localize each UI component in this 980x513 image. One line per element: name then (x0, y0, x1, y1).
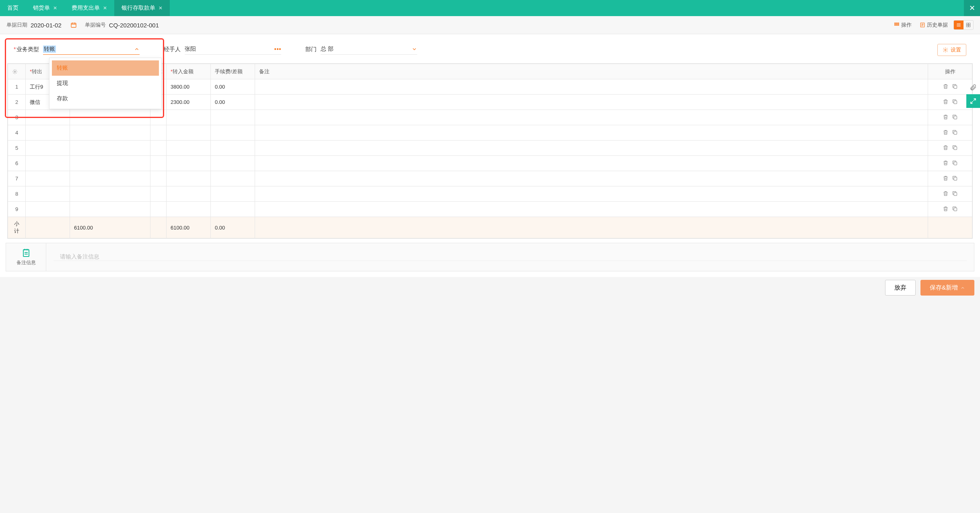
cell-remark[interactable] (255, 171, 928, 186)
cell-suffix[interactable] (150, 186, 167, 202)
copy-row-icon[interactable] (952, 160, 958, 166)
copy-row-icon[interactable] (952, 83, 958, 89)
tab-bank[interactable]: 银行存取款单✕ (114, 0, 170, 16)
cell-fee[interactable]: 0.00 (211, 95, 255, 110)
delete-row-icon[interactable] (943, 175, 949, 181)
close-icon[interactable]: ✕ (159, 5, 163, 11)
copy-row-icon[interactable] (952, 145, 958, 151)
table-row[interactable]: 7 (8, 171, 972, 186)
close-all-tabs[interactable]: ✕ (964, 0, 980, 16)
cell-hidden1[interactable] (70, 141, 150, 156)
cell-remark[interactable] (255, 95, 928, 110)
calendar-icon[interactable] (70, 22, 77, 28)
cell-suffix[interactable] (150, 171, 167, 186)
remark-input[interactable]: 请输入备注信息 (54, 253, 967, 261)
copy-row-icon[interactable] (952, 206, 958, 212)
cell-out-acct[interactable] (26, 110, 70, 125)
delete-row-icon[interactable] (943, 99, 949, 105)
cell-fee[interactable] (211, 156, 255, 171)
grid-settings-header[interactable] (8, 64, 26, 79)
handler-select[interactable]: 张阳 ••• (185, 44, 281, 55)
table-row[interactable]: 9 (8, 202, 972, 217)
table-row[interactable]: 6 (8, 156, 972, 171)
tab-home[interactable]: 首页 (0, 0, 26, 16)
cell-fee[interactable]: 0.00 (211, 79, 255, 95)
discard-button[interactable]: 放弃 (885, 280, 916, 296)
cell-in-amount[interactable] (167, 141, 211, 156)
delete-row-icon[interactable] (943, 114, 949, 120)
cell-hidden1[interactable] (70, 125, 150, 141)
cell-out-acct[interactable] (26, 125, 70, 141)
expand-icon[interactable] (966, 94, 980, 108)
view-toggle[interactable] (953, 20, 974, 30)
copy-row-icon[interactable] (952, 190, 958, 197)
biztype-select[interactable]: 转账 (43, 44, 140, 55)
cell-fee[interactable] (211, 202, 255, 217)
cell-fee[interactable] (211, 125, 255, 141)
cell-suffix[interactable] (150, 156, 167, 171)
cell-remark[interactable] (255, 186, 928, 202)
cell-fee[interactable] (211, 110, 255, 125)
cell-hidden1[interactable] (70, 171, 150, 186)
cell-hidden1[interactable] (70, 202, 150, 217)
cell-in-amount[interactable]: 3800.00 (167, 79, 211, 95)
cell-in-amount[interactable]: 2300.00 (167, 95, 211, 110)
close-icon[interactable]: ✕ (103, 5, 107, 11)
copy-row-icon[interactable] (952, 175, 958, 181)
copy-row-icon[interactable] (952, 129, 958, 135)
cell-in-amount[interactable] (167, 202, 211, 217)
biztype-option-transfer[interactable]: 转账 (52, 60, 159, 76)
cell-fee[interactable] (211, 186, 255, 202)
delete-row-icon[interactable] (943, 206, 949, 212)
cell-in-amount[interactable] (167, 110, 211, 125)
view-grid-icon[interactable] (964, 21, 973, 29)
table-row[interactable]: 8 (8, 186, 972, 202)
delete-row-icon[interactable] (943, 145, 949, 151)
settings-button[interactable]: 设置 (937, 44, 966, 56)
cell-out-acct[interactable] (26, 202, 70, 217)
date-value[interactable]: 2020-01-02 (31, 22, 62, 29)
attachment-icon[interactable] (966, 81, 980, 94)
cell-remark[interactable] (255, 110, 928, 125)
close-icon[interactable]: ✕ (53, 5, 57, 11)
table-row[interactable]: 5 (8, 141, 972, 156)
biztype-option-deposit[interactable]: 存款 (52, 91, 159, 106)
view-list-icon[interactable] (954, 21, 964, 29)
cell-hidden1[interactable] (70, 186, 150, 202)
save-add-button[interactable]: 保存&新增 (920, 280, 974, 296)
cell-out-acct[interactable] (26, 171, 70, 186)
cell-suffix[interactable] (150, 110, 167, 125)
cell-suffix[interactable] (150, 141, 167, 156)
cell-hidden1[interactable] (70, 110, 150, 125)
cell-hidden1[interactable] (70, 156, 150, 171)
copy-row-icon[interactable] (952, 99, 958, 105)
table-row[interactable]: 3 (8, 110, 972, 125)
cell-out-acct[interactable] (26, 186, 70, 202)
cell-in-amount[interactable] (167, 186, 211, 202)
delete-row-icon[interactable] (943, 83, 949, 89)
cell-fee[interactable] (211, 141, 255, 156)
cell-fee[interactable] (211, 171, 255, 186)
delete-row-icon[interactable] (943, 160, 949, 166)
delete-row-icon[interactable] (943, 129, 949, 135)
tab-expense[interactable]: 费用支出单✕ (64, 0, 114, 16)
cell-suffix[interactable] (150, 202, 167, 217)
cell-remark[interactable] (255, 125, 928, 141)
cell-remark[interactable] (255, 141, 928, 156)
cell-in-amount[interactable] (167, 125, 211, 141)
cell-remark[interactable] (255, 156, 928, 171)
cell-in-amount[interactable] (167, 171, 211, 186)
cell-remark[interactable] (255, 202, 928, 217)
cell-suffix[interactable] (150, 125, 167, 141)
dept-select[interactable]: 总 部 (321, 44, 417, 55)
cell-out-acct[interactable] (26, 156, 70, 171)
ops-button[interactable]: 操作 (891, 21, 914, 29)
tab-sales[interactable]: 销货单✕ (26, 0, 64, 16)
biztype-option-withdraw[interactable]: 提现 (52, 76, 159, 91)
delete-row-icon[interactable] (943, 190, 949, 197)
table-row[interactable]: 4 (8, 125, 972, 141)
history-button[interactable]: 历史单据 (917, 21, 950, 29)
cell-remark[interactable] (255, 79, 928, 95)
cell-out-acct[interactable] (26, 141, 70, 156)
copy-row-icon[interactable] (952, 114, 958, 120)
